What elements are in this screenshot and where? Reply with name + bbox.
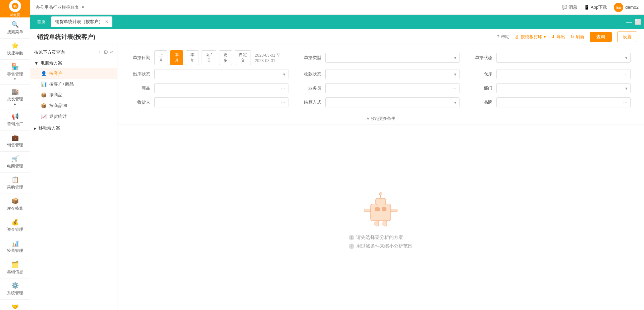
date-btn-more[interactable]: 更多 xyxy=(219,50,232,65)
sidebar-item-marketing-label: 营销推广 xyxy=(7,121,23,127)
doc-type-chevron: ▾ xyxy=(454,55,457,60)
sidebar-item-marketing[interactable]: 📢 营销推广 xyxy=(0,109,30,131)
date-btn-last7[interactable]: 近7天 xyxy=(202,50,216,65)
left-panel: 按以下方案查询 + ⚙ « ▼ 电脑端方案 👤 xyxy=(30,45,117,310)
tab-home[interactable]: 首页 xyxy=(33,16,50,27)
payment-select[interactable]: ▾ xyxy=(325,97,460,107)
scheme-item-by-goods[interactable]: 📦 按商品 xyxy=(30,90,117,100)
sidebar-item-ecommerce-label: 电商管理 xyxy=(7,163,23,169)
settings-scheme-btn[interactable]: ⚙ xyxy=(103,49,108,55)
sidebar-item-retail[interactable]: 🏪 零售管理 ▾ xyxy=(0,60,30,85)
tab-sales-stat-label: 销货单统计表（按客户） xyxy=(55,19,103,25)
tab-close-btn[interactable]: ✕ xyxy=(105,19,108,24)
collapse-bar[interactable]: ∧ 收起更多条件 xyxy=(117,113,644,124)
settings-btn[interactable]: 设置 xyxy=(617,32,637,42)
search-icon: 🔍 xyxy=(11,21,19,28)
sidebar-item-quick[interactable]: ⭐ 快捷导航 xyxy=(0,39,30,60)
doc-status-select[interactable]: ▾ xyxy=(496,53,631,63)
date-label: 单据日期 xyxy=(124,55,154,61)
out-status-select[interactable]: ▾ xyxy=(154,69,288,79)
app-download-btn[interactable]: 📱 App下载 xyxy=(584,4,607,10)
mobile-group-label: 移动端方案 xyxy=(39,125,60,131)
top-header-right: 💬 消息 📱 App下载 Ea demo2 xyxy=(562,3,639,12)
scheme-item-by-customer[interactable]: 👤 按客户 xyxy=(30,68,117,79)
date-btn-this-month[interactable]: 本月 xyxy=(170,50,183,65)
export-btn[interactable]: ⬇ 导出 xyxy=(551,34,565,40)
svg-rect-3 xyxy=(375,207,380,211)
sidebar-item-wholesale[interactable]: 🏬 批发管理 ▲ xyxy=(0,85,30,109)
svg-rect-5 xyxy=(364,209,371,212)
sidebar-item-system-label: 系统管理 xyxy=(7,290,23,296)
receipt-status-chevron: ▾ xyxy=(454,72,457,77)
scheme-item-by-goods99[interactable]: 📦 按商品99 xyxy=(30,100,117,111)
warehouse-input[interactable]: ··· xyxy=(496,69,631,79)
dept-select[interactable]: ▾ xyxy=(496,83,631,93)
doc-type-label: 单据类型 xyxy=(295,55,325,61)
scheme-group-pc: ▼ 电脑端方案 👤 按客户 📊 按客户+商品 📦 xyxy=(30,58,117,122)
receipt-status-control: ▾ xyxy=(325,69,460,79)
sidebar-item-system[interactable]: ⚙️ 系统管理 xyxy=(0,278,30,300)
logo-icon: 畅 xyxy=(9,0,21,12)
filter-cell-receipt-status: 收款状态 ▾ xyxy=(295,69,466,79)
top-title-dropdown[interactable]: ▾ xyxy=(82,5,84,10)
sidebar-item-inventory[interactable]: 📦 库存核算 xyxy=(0,194,30,215)
scheme-group-mobile-header[interactable]: ▸ 移动端方案 xyxy=(30,123,117,133)
salesperson-input[interactable]: ··· xyxy=(325,83,460,93)
user-area[interactable]: Ea demo2 xyxy=(614,3,639,12)
receipt-status-select[interactable]: ▾ xyxy=(325,69,460,79)
filter-cell-receiver: 收货人 ··· xyxy=(124,97,295,107)
date-btn-this-year[interactable]: 本年 xyxy=(186,50,199,65)
receiver-control: ··· xyxy=(154,97,288,107)
doc-type-select[interactable]: ▾ xyxy=(325,53,460,63)
brand-input[interactable]: ··· xyxy=(496,97,631,107)
print-btn[interactable]: 🖨 按模板打印 ▾ xyxy=(515,34,546,40)
wholesale-icon: 🏬 xyxy=(11,88,19,95)
mobile-group-arrow: ▸ xyxy=(34,126,37,131)
help-btn[interactable]: ? 帮助 xyxy=(497,34,509,40)
sidebar-item-finance[interactable]: 💰 资金管理 xyxy=(0,215,30,236)
print-icon: 🖨 xyxy=(515,34,519,39)
query-btn[interactable]: 查询 xyxy=(590,32,612,42)
sidebar-item-purchase[interactable]: 📋 采购管理 xyxy=(0,173,30,194)
filter-cell-salesperson: 业务员 ··· xyxy=(295,83,466,93)
refresh-btn[interactable]: ↻ 刷新 xyxy=(571,34,584,40)
filter-row-4: 收货人 ··· 结算方式 xyxy=(124,97,637,107)
salesperson-dots: ··· xyxy=(452,85,457,91)
window-maximize-btn[interactable]: ⬜ xyxy=(635,19,641,25)
scheme-item-return-stat[interactable]: 📈 退货统计 xyxy=(30,111,117,122)
pc-group-label: 电脑端方案 xyxy=(41,60,62,66)
message-btn[interactable]: 💬 消息 xyxy=(562,4,577,10)
sidebar-item-operations[interactable]: 📊 经营管理 xyxy=(0,236,30,257)
app-download-icon: 📱 xyxy=(584,5,589,10)
print-dropdown-icon: ▾ xyxy=(544,34,546,39)
by-goods-label: 按商品 xyxy=(49,92,62,98)
add-scheme-btn[interactable]: + xyxy=(98,49,101,55)
sidebar-item-ecommerce[interactable]: 🛒 电商管理 xyxy=(0,152,30,173)
sidebar-item-sales[interactable]: 💼 销售管理 xyxy=(0,131,30,152)
right-panel: 单据日期 上月 本月 本年 近7天 更多 自定义 2023-03-01 至 20… xyxy=(117,45,644,310)
collapse-panel-btn[interactable]: « xyxy=(110,49,113,55)
scheme-item-by-customer-goods[interactable]: 📊 按客户+商品 xyxy=(30,79,117,90)
out-status-chevron: ▾ xyxy=(283,72,285,77)
window-minimize-btn[interactable]: — xyxy=(626,18,632,25)
top-header: 办公用品行业模拟账套 ▾ 💬 消息 📱 App下载 Ea demo2 xyxy=(30,0,644,15)
date-btn-last-month[interactable]: 上月 xyxy=(154,50,167,65)
receiver-input[interactable]: ··· xyxy=(154,97,288,107)
scheme-group-pc-header[interactable]: ▼ 电脑端方案 xyxy=(30,58,117,68)
brand-label: 品牌 xyxy=(466,99,496,105)
tab-sales-stat[interactable]: 销货单统计表（按客户） ✕ xyxy=(51,16,112,27)
sidebar-item-basic[interactable]: 🗂️ 基础信息 xyxy=(0,257,30,278)
return-stat-label: 退货统计 xyxy=(49,113,67,119)
sidebar-item-cooperation[interactable]: 🤝 企业协同 xyxy=(0,300,30,310)
ecommerce-icon: 🛒 xyxy=(11,155,19,162)
refresh-icon: ↻ xyxy=(571,34,574,39)
system-icon: ⚙️ xyxy=(11,282,19,289)
sidebar-item-quick-label: 快捷导航 xyxy=(7,50,23,56)
goods-input[interactable]: ··· xyxy=(154,83,288,93)
inventory-icon: 📦 xyxy=(11,197,19,205)
sidebar-item-search[interactable]: 🔍 搜索菜单 xyxy=(0,17,30,39)
sidebar-item-finance-label: 资金管理 xyxy=(7,227,23,232)
page-content: 销货单统计表(按客户) ? 帮助 🖨 按模板打印 ▾ ⬇ 导出 ↻ 刷新 xyxy=(30,29,644,310)
top-header-left: 办公用品行业模拟账套 ▾ xyxy=(36,4,84,10)
date-btn-custom[interactable]: 自定义 xyxy=(235,50,251,65)
